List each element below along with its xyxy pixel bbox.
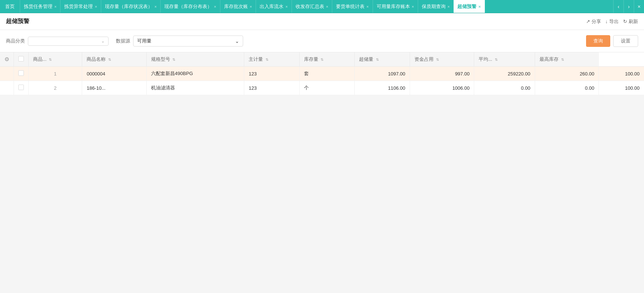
export-button[interactable]: ↓ 导出: [605, 18, 619, 25]
nav-tab-label: 可用量库存账本: [377, 3, 410, 10]
nav-tab-close[interactable]: ×: [154, 4, 157, 9]
row-name-1: 机油滤清器: [146, 81, 244, 95]
query-button[interactable]: 查询: [586, 35, 610, 47]
row-capital-0: 259220.00: [474, 67, 535, 81]
col-header-avg[interactable]: 平均... ⇅: [474, 52, 535, 67]
row-stock-0: 1097.00: [355, 67, 410, 81]
row-settings-0: [0, 67, 14, 81]
row-settings-1: [0, 81, 14, 95]
filter-buttons: 查询 设置: [586, 35, 638, 47]
gear-icon[interactable]: ⚙: [4, 56, 9, 62]
nav-tab-label: 拣货任务管理: [24, 3, 52, 10]
nav-tab-close[interactable]: ×: [326, 4, 328, 9]
nav-tab-close[interactable]: ×: [54, 4, 56, 9]
nav-tab-xiancunliang-kuanzhuangkuang[interactable]: 现存量（库存状况表） ×: [101, 0, 161, 13]
col-header-spec[interactable]: 规格型号 ⇅: [146, 52, 244, 67]
row-avg-0: 260.00: [535, 67, 599, 81]
nav-tab-label: 要货单统计表: [336, 3, 365, 10]
col-header-name[interactable]: 商品名称 ⇅: [82, 52, 146, 67]
nav-tab-label: 保质期查询: [422, 3, 446, 10]
nav-tab-close[interactable]: ×: [285, 4, 288, 9]
nav-tab-close[interactable]: ×: [447, 4, 450, 9]
nav-scroll-left[interactable]: ‹: [613, 0, 623, 13]
category-select[interactable]: ⌄: [28, 37, 109, 46]
col-header-checkbox[interactable]: [14, 52, 29, 67]
col-header-settings[interactable]: ⚙: [0, 52, 14, 67]
refresh-button[interactable]: ↻ 刷新: [623, 18, 638, 25]
nav-tab-keyongliang[interactable]: 可用量库存账本 ×: [373, 0, 418, 13]
row-unit-0: 套: [299, 67, 355, 81]
nav-tab-jianhuorenwuguanli[interactable]: 拣货任务管理 ×: [20, 0, 61, 13]
sort-icon: ⇅: [321, 58, 323, 62]
nav-tab-close[interactable]: ×: [478, 4, 480, 9]
page-header: 超储预警 ↗ 分享 ↓ 导出 ↻ 刷新: [0, 13, 644, 30]
row-code-1: 186-10...: [82, 81, 146, 95]
nav-tab-close[interactable]: ×: [214, 4, 216, 9]
sort-icon: ⇅: [495, 58, 498, 62]
row-checkbox-0[interactable]: [14, 67, 29, 81]
nav-tab-close[interactable]: ×: [95, 4, 97, 9]
top-nav[interactable]: 首页 拣货任务管理 × 拣货异常处理 × 现存量（库存状况表） × 现存量（库存…: [0, 0, 644, 13]
nav-tab-label: 超储预警: [457, 3, 476, 10]
row-max-0: 100.00: [599, 67, 644, 81]
page-title: 超储预警: [6, 18, 29, 25]
nav-close-all[interactable]: ×: [634, 0, 644, 13]
sort-icon: ⇅: [561, 58, 564, 62]
settings-button[interactable]: 设置: [613, 35, 638, 47]
nav-home[interactable]: 首页: [0, 0, 20, 13]
row-avg-1: 0.00: [535, 81, 599, 95]
share-button[interactable]: ↗ 分享: [586, 18, 601, 25]
table-container: ⚙ 商品... ⇅ 商品名称 ⇅ 规格型号 ⇅ 主计量: [0, 52, 644, 95]
nav-scroll-right[interactable]: ›: [623, 0, 634, 13]
datasource-filter: 数据源 可用量 ⌄: [116, 36, 243, 47]
row-name-0: 六配套新昌490BPG: [146, 67, 244, 81]
nav-tab-churukuliushui[interactable]: 出入库流水 ×: [256, 0, 292, 13]
export-icon: ↓: [605, 19, 608, 24]
chevron-down-icon-2: ⌄: [235, 38, 239, 44]
row-checkbox-1[interactable]: [14, 81, 29, 95]
row-over-0: 997.00: [410, 67, 474, 81]
row-unit-1: 个: [299, 81, 355, 95]
row-max-1: 100.00: [599, 81, 644, 95]
col-header-code[interactable]: 商品... ⇅: [29, 52, 82, 67]
datasource-label: 数据源: [116, 38, 130, 44]
nav-arrows: ‹ › ×: [613, 0, 644, 13]
table-row: 2 186-10... 机油滤清器 123 个 1106.00 1006.00 …: [0, 81, 644, 95]
nav-tab-yaohuodantongji[interactable]: 要货单统计表 ×: [332, 0, 373, 13]
datasource-select[interactable]: 可用量 ⌄: [133, 36, 243, 47]
nav-tab-close[interactable]: ×: [412, 4, 414, 9]
col-header-unit[interactable]: 主计量 ⇅: [244, 52, 300, 67]
category-filter: 商品分类 ⌄: [6, 37, 109, 46]
row-capital-1: 0.00: [474, 81, 535, 95]
row-stock-1: 1106.00: [355, 81, 410, 95]
nav-tab-chaochuyujing[interactable]: 超储预警 ×: [454, 0, 484, 13]
nav-tab-label: 收发存汇总表: [296, 3, 324, 10]
row-code-0: 0000004: [82, 67, 146, 81]
sort-icon: ⇅: [436, 58, 439, 62]
col-header-capital[interactable]: 资金占用 ⇅: [410, 52, 474, 67]
col-header-over[interactable]: 超储量 ⇅: [355, 52, 410, 67]
category-label: 商品分类: [6, 38, 25, 44]
nav-tab-xiancunliang-fenbubiao[interactable]: 现存量（库存分布表） ×: [161, 0, 220, 13]
nav-tab-close[interactable]: ×: [366, 4, 369, 9]
nav-tab-close[interactable]: ×: [250, 4, 252, 9]
col-header-max[interactable]: 最高库存 ⇅: [535, 52, 599, 67]
nav-tab-kucunpicicizh[interactable]: 库存批次账 ×: [220, 0, 256, 13]
col-header-stock[interactable]: 库存量 ⇅: [299, 52, 355, 67]
nav-tab-label: 出入库流水: [260, 3, 283, 10]
data-table: ⚙ 商品... ⇅ 商品名称 ⇅ 规格型号 ⇅ 主计量: [0, 52, 644, 95]
datasource-value: 可用量: [137, 38, 151, 44]
row-over-1: 1006.00: [410, 81, 474, 95]
nav-tab-baozhuqichaxun[interactable]: 保质期查询 ×: [418, 0, 454, 13]
nav-tab-label: 现存量（库存状况表）: [105, 3, 153, 10]
row-select-checkbox[interactable]: [18, 70, 24, 76]
nav-tab-shoufacunhuizong[interactable]: 收发存汇总表 ×: [292, 0, 332, 13]
row-select-checkbox[interactable]: [18, 85, 24, 90]
sort-icon: ⇅: [376, 58, 379, 62]
nav-tab-jianhuoyichangchuli[interactable]: 拣货异常处理 ×: [61, 0, 101, 13]
sort-icon: ⇅: [108, 58, 111, 62]
table-row: 1 0000004 六配套新昌490BPG 123 套 1097.00 997.…: [0, 67, 644, 81]
select-all-checkbox[interactable]: [18, 56, 24, 62]
nav-tab-label: 拣货异常处理: [64, 3, 93, 10]
sort-icon: ⇅: [49, 58, 52, 62]
